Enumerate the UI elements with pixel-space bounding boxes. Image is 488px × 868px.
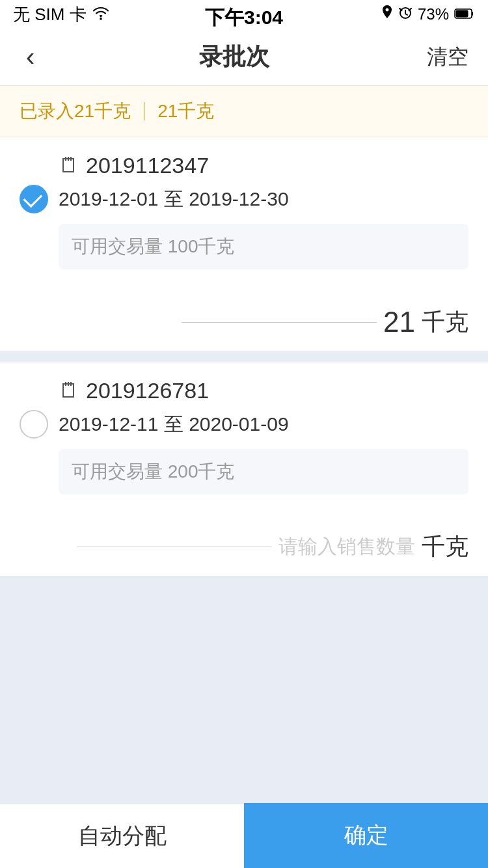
batch-1-date-row: 2019-12-01 至 2019-12-30 xyxy=(20,185,468,213)
batch-1-date: 2019-12-01 至 2019-12-30 xyxy=(59,186,289,213)
batch-1-amount-value[interactable]: 21 xyxy=(383,306,415,338)
batch-2-id-row: 🗒 2019126781 xyxy=(20,378,468,403)
status-right: 73% xyxy=(381,5,475,23)
batch-1-id: 2019112347 xyxy=(86,153,209,178)
battery-percent: 73% xyxy=(418,5,449,23)
batch-1-amount-unit: 千克 xyxy=(422,306,468,338)
svg-rect-3 xyxy=(456,10,468,18)
summary-value: 21千克 xyxy=(157,99,214,124)
battery-icon xyxy=(454,5,475,23)
batch-2-date: 2019-12-11 至 2020-01-09 xyxy=(59,411,289,438)
summary-bar: 已录入21千克 21千克 xyxy=(0,86,488,137)
main-content: 已录入21千克 21千克 🗒 2019112347 2019-12-01 至 2… xyxy=(0,86,488,803)
empty-area xyxy=(0,576,488,803)
summary-label: 已录入21千克 xyxy=(20,99,131,124)
batch-2-icon: 🗒 xyxy=(59,379,79,403)
auto-distribute-label: 自动分配 xyxy=(78,821,167,851)
auto-distribute-button[interactable]: 自动分配 xyxy=(0,803,244,868)
batch-2-input-unit: 千克 xyxy=(422,531,468,563)
batch-2-input-row[interactable]: 请输入销售数量 千克 xyxy=(0,521,488,576)
batch-2-checkbox[interactable] xyxy=(20,410,48,439)
batch-1-amount-underline xyxy=(182,322,377,323)
status-time: 下午3:04 xyxy=(205,5,283,31)
batch-card-1-inner: 🗒 2019112347 2019-12-01 至 2019-12-30 可用交… xyxy=(0,137,488,295)
summary-divider xyxy=(144,102,144,120)
batch-1-icon: 🗒 xyxy=(59,154,79,178)
batch-card-1: 🗒 2019112347 2019-12-01 至 2019-12-30 可用交… xyxy=(0,137,488,352)
batch-1-id-row: 🗒 2019112347 xyxy=(20,153,468,178)
batch-1-amount-row: 21 千克 xyxy=(0,295,488,352)
carrier-text: 无 SIM 卡 xyxy=(13,3,87,26)
page-title: 录批次 xyxy=(199,41,269,73)
wifi-icon xyxy=(92,5,110,25)
batch-2-id: 2019126781 xyxy=(86,378,209,403)
batch-2-available-text: 可用交易量 200千克 xyxy=(72,461,235,481)
nav-bar: ‹ 录批次 清空 xyxy=(0,29,488,86)
batch-card-2-inner: 🗒 2019126781 2019-12-11 至 2020-01-09 可用交… xyxy=(0,362,488,521)
batch-2-available: 可用交易量 200千克 xyxy=(59,449,468,495)
status-left: 无 SIM 卡 xyxy=(13,3,110,26)
section-divider-1 xyxy=(0,352,488,362)
batch-2-input-placeholder: 请输入销售数量 xyxy=(278,534,415,560)
batch-1-available-text: 可用交易量 100千克 xyxy=(72,236,235,256)
back-button[interactable]: ‹ xyxy=(20,36,41,78)
batch-2-date-row: 2019-12-11 至 2020-01-09 xyxy=(20,410,468,439)
batch-1-checkbox[interactable] xyxy=(20,185,48,213)
alarm-icon xyxy=(398,5,413,23)
confirm-button[interactable]: 确定 xyxy=(244,803,488,868)
batch-2-input-underline xyxy=(77,547,272,547)
svg-point-0 xyxy=(100,18,102,20)
confirm-label: 确定 xyxy=(344,821,388,850)
bottom-bar: 自动分配 确定 xyxy=(0,803,488,868)
clear-button[interactable]: 清空 xyxy=(427,43,468,72)
batch-card-2: 🗒 2019126781 2019-12-11 至 2020-01-09 可用交… xyxy=(0,362,488,576)
location-icon xyxy=(381,5,393,23)
status-bar: 无 SIM 卡 下午3:04 73% xyxy=(0,0,488,29)
batch-1-available: 可用交易量 100千克 xyxy=(59,224,468,269)
